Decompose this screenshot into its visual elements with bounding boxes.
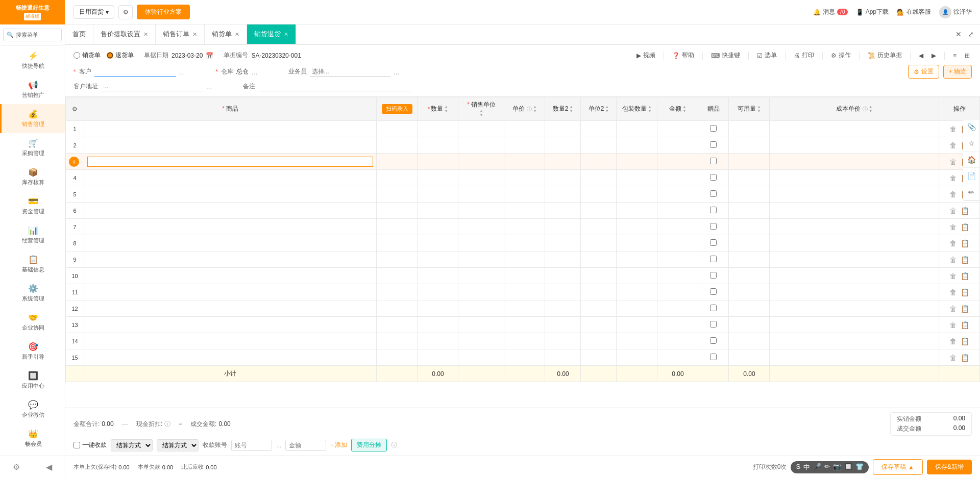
float-icon-6[interactable]: 🔲	[844, 463, 852, 472]
row-3-qty2[interactable]	[545, 154, 581, 170]
row-1-gift-checkbox[interactable]	[710, 125, 717, 132]
row-2-pack-qty[interactable]	[617, 137, 657, 154]
row-delete-button[interactable]: 🗑	[948, 173, 958, 183]
row-copy-button[interactable]: 📋	[960, 222, 970, 232]
tab-sale-goods[interactable]: 销货单 ✕	[205, 24, 247, 44]
message-button[interactable]: 🔔 消息 70	[813, 8, 848, 16]
row-copy-button[interactable]: 📋	[960, 271, 970, 281]
toolbar-nav-next[interactable]: ▶	[929, 51, 938, 60]
sidebar-item-basic[interactable]: 📋 基础信息	[0, 249, 65, 279]
sidebar-collapse-button[interactable]: ◀	[44, 460, 54, 474]
row-3-pack-qty[interactable]	[617, 154, 657, 170]
radio-sale-bill[interactable]: 销货单	[74, 51, 101, 60]
address-input[interactable]	[101, 82, 203, 91]
row-copy-button[interactable]: 📋	[960, 206, 970, 216]
row-2-unit2[interactable]	[581, 137, 617, 154]
row-3-unit2[interactable]	[581, 154, 617, 170]
expense-info-icon[interactable]: ⓘ	[391, 441, 397, 449]
settings-button[interactable]: ⚙ 设置	[908, 65, 939, 79]
tab-home[interactable]: 首页	[65, 24, 93, 44]
sidebar-item-quick-nav[interactable]: ⚡ 快捷导航	[0, 46, 65, 75]
save-draft-button[interactable]: 保存草稿 ▲	[873, 459, 923, 475]
row-copy-button[interactable]: 📋	[960, 255, 970, 265]
calc-method-select[interactable]: 结算方式	[111, 439, 153, 451]
float-icon-2[interactable]: 中	[803, 463, 810, 472]
address-ellipsis-button[interactable]: ...	[206, 83, 212, 91]
row-1-pack-qty[interactable]	[617, 121, 657, 137]
row-delete-button[interactable]: 🗑	[948, 320, 958, 330]
row-3-goods-input[interactable]	[87, 157, 373, 167]
right-icon-edit[interactable]: ✏	[963, 184, 979, 200]
row-2-sale-unit[interactable]	[458, 137, 504, 154]
row-2-gift-checkbox[interactable]	[710, 141, 717, 148]
row-2-qty2[interactable]	[545, 137, 581, 154]
right-icon-star[interactable]: ☆	[963, 135, 979, 152]
tab-sale-goods-close[interactable]: ✕	[235, 31, 239, 38]
toolbar-view-list[interactable]: ≡	[951, 51, 959, 60]
row-1-price[interactable]	[504, 121, 545, 137]
radio-sale-bill-input[interactable]	[74, 52, 80, 59]
row-copy-button[interactable]: 📋	[960, 238, 970, 248]
row-2-goods[interactable]	[84, 137, 377, 154]
toolbar-operation[interactable]: ⚙ 操作	[829, 50, 853, 61]
row-delete-button[interactable]: 🗑	[948, 353, 958, 363]
tab-sale-order-close[interactable]: ✕	[192, 31, 197, 38]
radio-return-bill[interactable]: 退货单	[107, 51, 134, 60]
row-delete-button[interactable]: 🗑	[948, 304, 958, 314]
add-row-button[interactable]: +	[69, 157, 79, 167]
toolbar-help[interactable]: ❓ 帮助	[670, 50, 696, 61]
float-icon-5[interactable]: 📷	[833, 463, 841, 472]
right-icon-doc[interactable]: 📄	[963, 168, 979, 184]
one-click-payment-checkbox[interactable]	[74, 442, 80, 448]
account-input[interactable]	[231, 440, 272, 451]
experience-button[interactable]: 体验行业方案	[137, 5, 190, 19]
row-2-qty[interactable]	[418, 137, 458, 154]
customer-input[interactable]	[94, 67, 176, 77]
row-1-gift[interactable]	[698, 121, 729, 137]
row-copy-button[interactable]: 📋	[960, 353, 970, 363]
row-copy-button[interactable]: 📋	[960, 320, 970, 330]
user-menu-button[interactable]: 👤 徐泽华	[939, 6, 972, 18]
calc-sub-select[interactable]: 结算方式	[157, 439, 199, 451]
sidebar-settings-button[interactable]: ⚙	[11, 460, 22, 474]
tab-sale-order[interactable]: 销售订单 ✕	[156, 24, 205, 44]
row-1-amount[interactable]	[657, 121, 698, 137]
float-icon-3[interactable]: 🎤	[813, 463, 821, 472]
row-1-goods[interactable]	[84, 121, 377, 137]
search-menu-button[interactable]: 🔍 搜索菜单	[3, 29, 62, 41]
row-1-delete-button[interactable]: 🗑	[948, 124, 958, 134]
sidebar-item-apps[interactable]: 🔲 应用中心	[0, 366, 65, 395]
row-3-gift[interactable]	[698, 154, 729, 170]
sidebar-item-member[interactable]: 👑 畅会员	[0, 424, 65, 453]
row-copy-button[interactable]: 📋	[960, 304, 970, 314]
row-3-amount[interactable]	[657, 154, 698, 170]
sidebar-item-guide[interactable]: 🎯 新手引导	[0, 337, 65, 366]
row-1-qty[interactable]	[418, 121, 458, 137]
calendar-icon[interactable]: 📅	[206, 52, 213, 59]
sidebar-item-operation[interactable]: 📊 经营管理	[0, 220, 65, 249]
logistics-button[interactable]: + 物流	[943, 65, 972, 79]
row-3-price[interactable]	[504, 154, 545, 170]
tab-sale-price-close[interactable]: ✕	[143, 31, 148, 38]
discount-info-icon[interactable]: ⓘ	[164, 420, 170, 429]
app-download-button[interactable]: 📱 App下载	[856, 8, 889, 16]
col-settings-icon[interactable]: ⚙	[72, 106, 78, 113]
sidebar-item-sales[interactable]: 💰 销售管理	[0, 104, 65, 133]
save-new-button[interactable]: 保存&新增	[927, 460, 972, 474]
row-delete-button[interactable]: 🗑	[948, 189, 958, 199]
tab-sale-price[interactable]: 售价提取设置 ✕	[93, 24, 156, 44]
topbar-settings-button[interactable]: ⚙	[118, 5, 133, 19]
amount-input[interactable]	[285, 440, 326, 451]
online-service-button[interactable]: 💁 在线客服	[897, 8, 931, 16]
row-delete-button[interactable]: 🗑	[948, 271, 958, 281]
payment-ellipsis[interactable]: ...	[276, 442, 281, 449]
sidebar-item-system[interactable]: ⚙️ 系统管理	[0, 279, 65, 308]
tab-maximize-button[interactable]: ⤢	[966, 29, 976, 39]
toolbar-select[interactable]: ☑ 选单	[755, 50, 779, 61]
row-delete-button[interactable]: 🗑	[948, 222, 958, 232]
salesperson-ellipsis-button[interactable]: ...	[394, 68, 400, 76]
salesperson-input[interactable]	[310, 67, 390, 77]
sidebar-item-inventory[interactable]: 📦 库存核算	[0, 162, 65, 191]
float-icon-4[interactable]: ✏	[824, 463, 830, 472]
row-3-gift-checkbox[interactable]	[710, 158, 717, 164]
